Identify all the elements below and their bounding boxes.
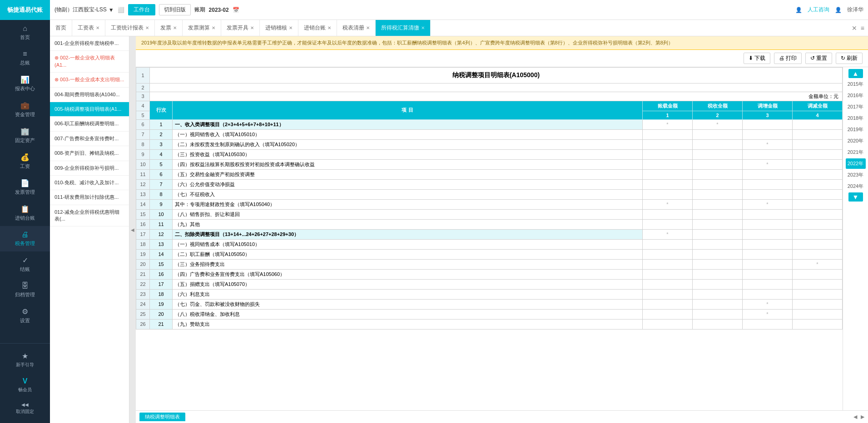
data-cell-col3[interactable]: * [743,139,793,149]
tab-salary-stats[interactable]: 工资统计报表 ✕ [105,20,155,36]
data-cell-col4[interactable]: * [793,259,843,269]
tab-purchase-check-close-icon[interactable]: ✕ [289,25,293,30]
sidebar-item-settings[interactable]: ⚙ 设置 [0,303,50,329]
left-panel-item-005[interactable]: 005-纳税调整项目明细表(A1... [50,102,129,117]
data-cell-col2[interactable] [693,219,743,229]
tab-invoice[interactable]: 发票 ✕ [155,20,183,36]
switch-version-button[interactable]: 切到旧版 [159,4,191,15]
data-cell-col2[interactable] [693,199,743,209]
data-cell-col2[interactable] [693,319,743,329]
copy-icon[interactable]: ⬜ [118,7,124,13]
data-cell-col3[interactable] [743,149,793,159]
left-panel-item-001[interactable]: 001-企业所得税年度纳税申... [50,36,129,51]
data-cell-col4[interactable] [793,239,843,249]
year-2021[interactable]: 2021年 [846,147,866,157]
panel-collapse-handle[interactable]: ◀ [129,36,136,423]
sidebar-item-settlement[interactable]: ✓ 结账 [0,251,50,277]
data-cell-col2[interactable]: * [693,119,743,129]
tab-tax-clear[interactable]: 税表清册 ✕ [337,20,376,36]
data-cell-col1[interactable] [643,189,693,199]
data-cell-col2[interactable] [693,139,743,149]
data-cell-col4[interactable] [793,279,843,289]
left-panel-item-004[interactable]: 004-期间费用明细表(A1040... [50,88,129,102]
data-cell-col2[interactable] [693,249,743,259]
user-name[interactable]: 徐泽华 [847,6,863,14]
data-cell-col2[interactable] [693,169,743,179]
data-cell-col3[interactable] [743,229,793,239]
data-cell-col4[interactable] [793,189,843,199]
data-cell-col4[interactable] [793,289,843,299]
data-cell-col1[interactable] [643,269,693,279]
data-cell-col3[interactable] [743,189,793,199]
data-cell-col2[interactable] [693,279,743,289]
data-cell-col3[interactable] [743,269,793,279]
close-all-icon[interactable]: ✕ [852,25,857,32]
data-cell-col2[interactable] [693,159,743,169]
left-panel-item-009[interactable]: 009-企业所得税弥补亏损明... [50,161,129,176]
tab-purchase-check[interactable]: 进销稽核 ✕ [260,20,298,36]
data-cell-col2[interactable] [693,259,743,269]
sidebar-item-asset-mgmt[interactable]: 💼 资金管理 [0,97,50,123]
data-cell-col4[interactable] [793,229,843,239]
refresh-button[interactable]: ↻ 刷新 [836,53,863,64]
left-panel-item-003[interactable]: ⊗ 003-一般企业成本支出明细... [50,73,129,87]
data-cell-col2[interactable] [693,179,743,189]
workbench-button[interactable]: 工作台 [128,4,155,15]
tab-invoice-calc[interactable]: 发票测算 ✕ [183,20,221,36]
left-panel-item-012[interactable]: 012-减免企业所得税优惠明细表(... [50,205,129,227]
data-cell-col3[interactable] [743,239,793,249]
data-cell-col2[interactable] [693,299,743,309]
data-cell-col3[interactable] [743,259,793,269]
left-panel-item-007[interactable]: 007-广告费和业务宣传费时... [50,132,129,146]
data-cell-col1[interactable]: * [643,119,693,129]
data-cell-col2[interactable] [693,239,743,249]
tab-salary-close-icon[interactable]: ✕ [96,25,99,30]
data-cell-col3[interactable] [743,129,793,139]
data-cell-col1[interactable]: * [643,229,693,239]
sidebar-item-invoice-mgmt[interactable]: 📄 发票管理 [0,174,50,200]
bottom-tab[interactable]: 纳税调整明细表 [139,413,185,421]
year-2016[interactable]: 2016年 [846,90,866,101]
tab-invoice-open[interactable]: 发票开具 ✕ [221,20,260,36]
data-cell-col1[interactable]: * [643,199,693,209]
tab-income-tax[interactable]: 所得税汇算清缴 ✕ [376,20,431,36]
tab-invoice-calc-close-icon[interactable]: ✕ [212,25,215,30]
data-cell-col2[interactable] [693,309,743,319]
year-2018[interactable]: 2018年 [846,113,866,123]
year-2017[interactable]: 2017年 [846,102,866,112]
data-cell-col1[interactable] [643,219,693,229]
data-cell-col4[interactable] [793,139,843,149]
data-cell-col4[interactable] [793,119,843,129]
tab-invoice-close-icon[interactable]: ✕ [173,25,177,30]
data-cell-col3[interactable]: * [743,299,793,309]
data-cell-col2[interactable] [693,209,743,219]
data-cell-col3[interactable]: * [743,199,793,209]
data-cell-col4[interactable] [793,179,843,189]
data-cell-col4[interactable] [793,149,843,159]
data-cell-col1[interactable] [643,279,693,289]
data-cell-col2[interactable] [693,229,743,239]
data-cell-col4[interactable] [793,249,843,259]
tab-salary-stats-close-icon[interactable]: ✕ [145,25,149,30]
data-cell-col3[interactable] [743,169,793,179]
tab-home[interactable]: 首页 [50,20,72,36]
data-cell-col4[interactable] [793,299,843,309]
data-cell-col3[interactable] [743,319,793,329]
left-panel-item-002[interactable]: ⊗ 002-一般企业收入明细表(A1... [50,51,129,73]
sidebar-item-home[interactable]: ⌂ 首页 [0,20,50,45]
data-cell-col1[interactable] [643,159,693,169]
company-selector[interactable]: (物副）江西股宝-LSS ▼ [55,6,114,14]
scroll-left-icon[interactable]: ◀ [853,414,857,420]
data-cell-col4[interactable] [793,169,843,179]
data-cell-col3[interactable] [743,179,793,189]
year-down-button[interactable]: ▼ [848,192,863,202]
data-cell-col4[interactable] [793,219,843,229]
sidebar-item-guide[interactable]: ★ 新手引导 [0,347,50,373]
data-cell-col1[interactable] [643,209,693,219]
reset-button[interactable]: ↺ 重置 [805,53,832,64]
tab-income-tax-close-icon[interactable]: ✕ [421,25,425,30]
sidebar-item-tax-mgmt[interactable]: 🖨 税务管理 [0,226,50,251]
data-cell-col1[interactable] [643,319,693,329]
service-label[interactable]: 人工咨询 [808,6,829,14]
sidebar-item-report[interactable]: 📊 报表中心 [0,71,50,97]
